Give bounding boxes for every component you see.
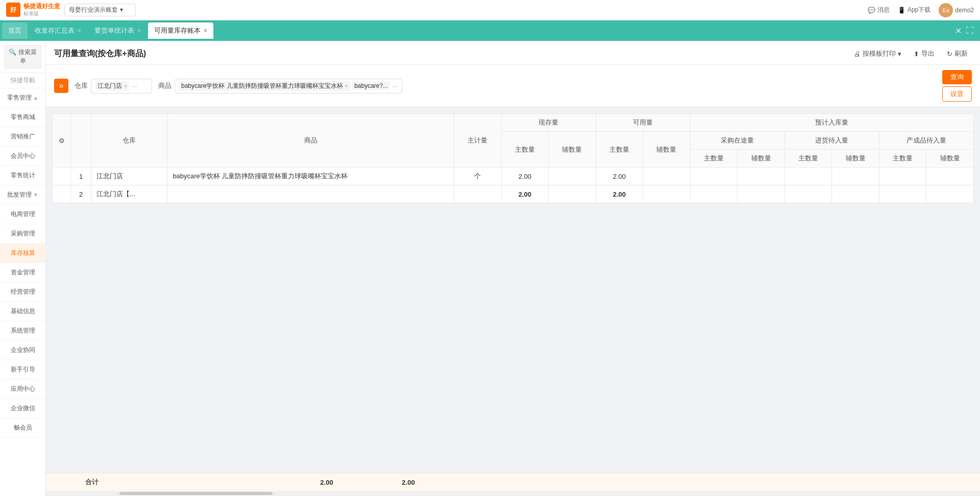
- sidebar-retail-mall-label: 零售商城: [11, 113, 35, 122]
- sidebar-item-finance[interactable]: 资金管理: [0, 263, 45, 282]
- tab-close-all-button[interactable]: ✕: [955, 26, 962, 36]
- sidebar-inventory-label: 库存核算: [11, 249, 35, 257]
- row1-purchase-aux: [738, 168, 785, 185]
- footer-avail-aux: [429, 479, 470, 486]
- app-download-button[interactable]: 📱 App下载: [898, 6, 930, 14]
- filter-expand-button[interactable]: »: [54, 79, 68, 93]
- sidebar-system-label: 系统管理: [11, 326, 35, 335]
- sidebar-item-inventory[interactable]: 库存核算: [0, 244, 45, 263]
- sidebar-item-appcenter[interactable]: 应用中心: [0, 380, 45, 399]
- footer-current-main: 2.00: [306, 479, 347, 486]
- sidebar-ecommerce-label: 电商管理: [11, 210, 35, 219]
- sidebar-item-marketing[interactable]: 营销推广: [0, 127, 45, 147]
- footer-planned-spacer: [470, 479, 975, 486]
- row2-current-aux: [549, 185, 596, 203]
- col-planned-group: 预计入库量: [690, 114, 973, 132]
- expand-icon: »: [59, 81, 64, 90]
- warehouse-tag: 江北门店 ×: [95, 81, 129, 91]
- col-production-aux-header: 辅数量: [926, 150, 974, 168]
- sidebar-item-retail-mgmt[interactable]: 零售管理 ▲: [0, 88, 45, 108]
- export-label: 导出: [921, 49, 935, 58]
- print-button[interactable]: 🖨 按模板打印 ▾: [850, 47, 905, 60]
- top-bar-left: 好 畅捷通好生意 标准版 母婴行业演示账套 ▾: [6, 3, 136, 17]
- tab-order[interactable]: 要货单统计表 ×: [88, 22, 147, 39]
- sidebar-basic-label: 基础信息: [11, 307, 35, 316]
- col-production-group: 产成品待入量: [879, 132, 973, 150]
- row1-current-aux: [549, 168, 596, 185]
- sidebar-retail-mgmt-label: 零售管理: [7, 93, 32, 102]
- message-button[interactable]: 💬 消息: [868, 6, 890, 14]
- warehouse-tag-text: 江北门店: [97, 82, 122, 90]
- tab-available[interactable]: 可用量库存账本 ×: [148, 22, 213, 39]
- sidebar-purchase-label: 采购管理: [11, 229, 35, 238]
- gear-icon: [59, 137, 65, 145]
- sidebar-item-basic[interactable]: 基础信息: [0, 302, 45, 321]
- product-filter-label: 商品: [158, 81, 172, 90]
- row2-purchase-aux: [738, 185, 785, 203]
- warehouse-more-icon[interactable]: ···: [131, 82, 137, 90]
- table-row: 1 江北门店 babycare学饮杯 儿童防摔防撞吸管杯重力球吸嘴杯宝宝水杯 个…: [53, 168, 974, 185]
- sidebar-item-enterprise[interactable]: 企业协同: [0, 341, 45, 360]
- sidebar-item-retail-stats[interactable]: 零售统计: [0, 166, 45, 185]
- tab-available-close[interactable]: ×: [204, 27, 207, 34]
- col-unit-header: 主计量: [454, 114, 501, 168]
- sidebar-item-purchase[interactable]: 采购管理: [0, 224, 45, 244]
- user-menu-button[interactable]: Ea demo2: [939, 3, 974, 17]
- warehouse-tag-close[interactable]: ×: [124, 83, 127, 89]
- app-download-label: App下载: [908, 6, 930, 14]
- sidebar-item-system[interactable]: 系统管理: [0, 321, 45, 341]
- sidebar-item-operations[interactable]: 经营管理: [0, 282, 45, 302]
- tab-home[interactable]: 首页: [2, 22, 28, 39]
- sidebar-item-retail-mall[interactable]: 零售商城: [0, 108, 45, 127]
- tab-bar-actions: ✕ ⛶: [955, 26, 978, 36]
- top-bar-right: 💬 消息 📱 App下载 Ea demo2: [868, 3, 974, 17]
- product-input[interactable]: babycare学饮杯 儿童防摔防撞吸管杯重力球吸嘴杯宝宝水杯 × babyca…: [175, 79, 402, 93]
- sidebar-item-member[interactable]: 会员中心: [0, 147, 45, 166]
- sidebar: 🔍 搜索菜单 快捷导航 零售管理 ▲ 零售商城 营销推广 会员中心 零售统计 批…: [0, 41, 46, 496]
- row1-purchase-main: [690, 168, 738, 185]
- tab-fullscreen-button[interactable]: ⛶: [966, 26, 974, 35]
- row1-product: babycare学饮杯 儿童防摔防撞吸管杯重力球吸嘴杯宝宝水杯: [167, 168, 454, 185]
- row1-production-aux: [926, 168, 974, 185]
- warehouse-filter-label: 仓库: [75, 81, 88, 90]
- row2-current-main: 2.00: [501, 185, 549, 203]
- sidebar-enterprise-label: 企业协同: [11, 346, 35, 355]
- industry-selector[interactable]: 母婴行业演示账套 ▾: [64, 4, 136, 16]
- query-button[interactable]: 查询: [942, 70, 972, 84]
- hscroll-bar[interactable]: [46, 491, 980, 496]
- sidebar-member-label: 会员中心: [11, 152, 35, 160]
- footer-spacer-unit: [276, 479, 306, 486]
- col-avail-main-header: 主数量: [596, 132, 643, 168]
- content-area: 可用量查询(按仓库+商品) 🖨 按模板打印 ▾ ⬆ 导出 ↻ 刷新: [46, 41, 980, 496]
- sidebar-item-vip[interactable]: 畅会员: [0, 418, 45, 438]
- search-menu-button[interactable]: 🔍 搜索菜单: [4, 45, 41, 68]
- logo-text: 畅捷通好生意: [23, 3, 60, 10]
- product-tag-1-close[interactable]: ×: [345, 83, 348, 89]
- main-layout: 🔍 搜索菜单 快捷导航 零售管理 ▲ 零售商城 营销推广 会员中心 零售统计 批…: [0, 41, 980, 496]
- col-inbound-main-header: 主数量: [785, 150, 832, 168]
- sidebar-item-wholesale[interactable]: 批发管理 ▼: [0, 185, 45, 205]
- warehouse-input[interactable]: 江北门店 × ···: [91, 79, 152, 93]
- col-settings-header[interactable]: [53, 114, 71, 168]
- sidebar-item-ecommerce[interactable]: 电商管理: [0, 205, 45, 224]
- message-label: 消息: [877, 6, 890, 14]
- col-product-header: 商品: [167, 114, 454, 168]
- row2-no: 2: [71, 185, 91, 203]
- hscroll-thumb[interactable]: [119, 492, 273, 495]
- col-purchase-aux-header: 辅数量: [738, 150, 785, 168]
- sidebar-quick-nav[interactable]: 快捷导航: [0, 73, 45, 88]
- settings-button[interactable]: 设置: [942, 86, 972, 102]
- tab-order-close[interactable]: ×: [137, 27, 141, 34]
- tab-receive[interactable]: 收发存汇总表 ×: [29, 22, 87, 39]
- search-menu-label: 搜索菜单: [18, 49, 37, 64]
- export-button[interactable]: ⬆ 导出: [910, 47, 939, 60]
- product-more-icon[interactable]: ···: [392, 82, 398, 90]
- print-label: 按模板打印: [863, 49, 896, 58]
- row1-inbound-main: [785, 168, 832, 185]
- sidebar-item-newbie[interactable]: 新手引导: [0, 360, 45, 380]
- sidebar-item-wechat[interactable]: 企业微信: [0, 399, 45, 418]
- tab-receive-close[interactable]: ×: [78, 27, 81, 34]
- refresh-button[interactable]: ↻ 刷新: [943, 47, 972, 60]
- sidebar-search[interactable]: 🔍 搜索菜单: [0, 41, 45, 73]
- refresh-icon: ↻: [947, 50, 952, 58]
